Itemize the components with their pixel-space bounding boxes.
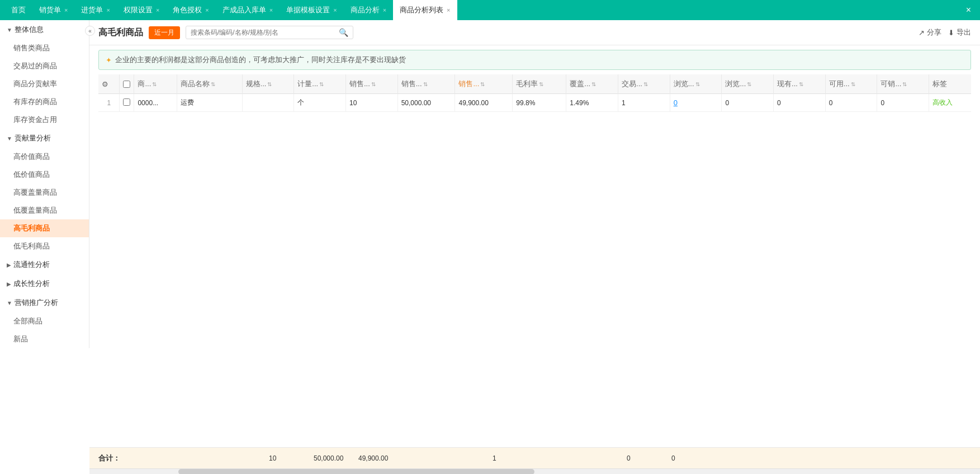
info-icon: ✦ (106, 56, 112, 64)
collapse-arrow-icon: ▶ (7, 262, 11, 268)
col-sale-amount[interactable]: 销售...⇅ (397, 74, 455, 94)
collapse-arrow-icon: ▼ (7, 135, 12, 142)
cell-current: 0 (774, 94, 826, 112)
col-name[interactable]: 商品名称⇅ (177, 74, 242, 94)
footer-label: 合计： (98, 453, 120, 463)
data-table-wrapper[interactable]: ⚙ 商...⇅ 商品名称⇅ 规格...⇅ 计量...⇅ 销售...⇅ 销售...… (89, 74, 980, 447)
nav-tab-home[interactable]: 首页 (4, 0, 32, 20)
sidebar-item-low-margin[interactable]: 低毛利商品 (0, 237, 89, 255)
footer-current: 0 (623, 454, 668, 462)
col-coverage[interactable]: 覆盖...⇅ (566, 74, 618, 94)
sidebar-item-all-goods[interactable]: 全部商品 (0, 312, 89, 330)
cell-checkbox[interactable] (120, 94, 134, 112)
close-icon[interactable]: × (64, 7, 68, 13)
col-view2[interactable]: 浏览...⇅ (722, 74, 774, 94)
close-all-tabs-button[interactable]: × (962, 5, 976, 15)
col-settings[interactable]: ⚙ (98, 74, 120, 94)
close-icon[interactable]: × (447, 7, 450, 13)
close-icon[interactable]: × (106, 7, 110, 13)
sidebar-item-low-value[interactable]: 低价值商品 (0, 166, 89, 184)
search-input[interactable] (191, 29, 339, 36)
cell-spec (242, 94, 294, 112)
collapse-arrow-icon: ▼ (7, 27, 12, 33)
close-icon[interactable]: × (383, 7, 386, 13)
sidebar-item-contribution-rate[interactable]: 商品分贡献率 (0, 75, 89, 93)
cell-view1[interactable]: 0 (670, 94, 722, 112)
col-checkbox[interactable] (120, 74, 134, 94)
nav-tab-analysis[interactable]: 商品分析 × (344, 0, 393, 20)
export-button[interactable]: ⬇ 导出 (948, 27, 971, 37)
col-gross-margin[interactable]: 毛利率⇅ (513, 74, 566, 94)
share-button[interactable]: ↗ 分享 (919, 27, 941, 37)
sidebar-group-contribution[interactable]: ▼ 贡献量分析 (0, 129, 89, 148)
sidebar-item-sales-goods[interactable]: 销售类商品 (0, 39, 89, 57)
cell-sale-amount: 50,000.00 (397, 94, 455, 112)
search-box[interactable]: 🔍 (186, 26, 353, 39)
col-sale-qty[interactable]: 销售...⇅ (345, 74, 397, 94)
filter-recent-month-button[interactable]: 近一月 (149, 26, 180, 39)
col-usable[interactable]: 可用...⇅ (825, 74, 877, 94)
top-navigation: 首页 销货单 × 进货单 × 权限设置 × 角色授权 × 产成品入库单 × 单据… (0, 0, 980, 20)
footer-cell-spacer1 (131, 454, 266, 462)
table-header-row: ⚙ 商...⇅ 商品名称⇅ 规格...⇅ 计量...⇅ 销售...⇅ 销售...… (98, 74, 971, 94)
nav-tab-permissions[interactable]: 权限设置 × (117, 0, 166, 20)
scrollbar-thumb[interactable] (178, 469, 534, 474)
nav-tab-roles[interactable]: 角色授权 × (166, 0, 215, 20)
sidebar-group-liquidity[interactable]: ▶ 流通性分析 (0, 255, 89, 274)
content-area: 高毛利商品 近一月 🔍 ↗ 分享 ⬇ 导出 ✦ 企业的主要的利润都是这部分商品创… (89, 20, 980, 474)
horizontal-scrollbar[interactable] (89, 468, 980, 474)
sidebar: ▼ 整体信息 销售类商品 交易过的商品 商品分贡献率 有库存的商品 库存资金占用… (0, 20, 89, 348)
sidebar-item-high-value[interactable]: 高价值商品 (0, 148, 89, 166)
nav-tab-production[interactable]: 产成品入库单 × (216, 0, 280, 20)
cell-usable: 0 (825, 94, 877, 112)
col-unit[interactable]: 计量...⇅ (294, 74, 346, 94)
row-checkbox[interactable] (123, 98, 130, 106)
footer-sale-cost: 49,900.00 (355, 454, 400, 462)
col-saleable[interactable]: 可销...⇅ (877, 74, 929, 94)
footer-total: 合计： 10 50,000.00 49,900.00 1 0 0 (89, 447, 980, 468)
cell-sale-qty: 10 (345, 94, 397, 112)
cell-tag: 高收入 (929, 94, 971, 112)
sidebar-item-high-margin[interactable]: 高毛利商品 (0, 219, 89, 237)
cell-view2: 0 (722, 94, 774, 112)
col-trade[interactable]: 交易...⇅ (618, 74, 670, 94)
select-all-checkbox[interactable] (123, 81, 130, 88)
nav-tab-analysis-list[interactable]: 商品分析列表 × (393, 0, 457, 20)
sidebar-group-growth[interactable]: ▶ 成长性分析 (0, 274, 89, 293)
col-code[interactable]: 商...⇅ (134, 74, 177, 94)
cell-gross-margin: 99.8% (513, 94, 566, 112)
share-icon: ↗ (919, 29, 925, 37)
sidebar-item-stock-funds[interactable]: 库存资金占用 (0, 111, 89, 129)
sidebar-item-in-stock[interactable]: 有库存的商品 (0, 93, 89, 111)
footer-usable: 0 (668, 454, 713, 462)
col-spec[interactable]: 规格...⇅ (242, 74, 294, 94)
col-tag[interactable]: 标签 (929, 74, 971, 94)
nav-tab-sales[interactable]: 销货单 × (32, 0, 74, 20)
sidebar-collapse-button[interactable]: « (85, 26, 95, 36)
sidebar-group-overall[interactable]: ▼ 整体信息 (0, 20, 89, 39)
close-icon[interactable]: × (156, 7, 159, 13)
sidebar-item-new-goods[interactable]: 新品 (0, 330, 89, 348)
col-sale-cost[interactable]: 销售...⇅ (455, 74, 513, 94)
sidebar-item-traded-goods[interactable]: 交易过的商品 (0, 57, 89, 75)
cell-coverage: 1.49% (566, 94, 618, 112)
close-icon[interactable]: × (205, 7, 209, 13)
nav-tab-purchase[interactable]: 进货单 × (74, 0, 116, 20)
content-header: 高毛利商品 近一月 🔍 ↗ 分享 ⬇ 导出 (89, 20, 980, 45)
footer-sale-amount: 50,000.00 (310, 454, 355, 462)
cell-name: 运费 (177, 94, 242, 112)
footer-spacer5 (579, 454, 623, 462)
close-icon[interactable]: × (269, 7, 273, 13)
sidebar-item-low-coverage[interactable]: 低覆盖量商品 (0, 201, 89, 219)
sidebar-item-high-coverage[interactable]: 高覆盖量商品 (0, 184, 89, 201)
nav-tab-template[interactable]: 单据模板设置 × (280, 0, 343, 20)
col-current[interactable]: 现有...⇅ (774, 74, 826, 94)
search-icon[interactable]: 🔍 (339, 28, 348, 37)
footer-spacer4 (534, 454, 579, 462)
footer-values: 10 50,000.00 49,900.00 1 0 0 (131, 454, 971, 462)
close-icon[interactable]: × (333, 7, 337, 13)
footer-trade: 1 (489, 454, 534, 462)
col-view1[interactable]: 浏览...⇅ (670, 74, 722, 94)
sidebar-group-marketing[interactable]: ▼ 营销推广分析 (0, 293, 89, 312)
cell-num: 1 (98, 94, 120, 112)
